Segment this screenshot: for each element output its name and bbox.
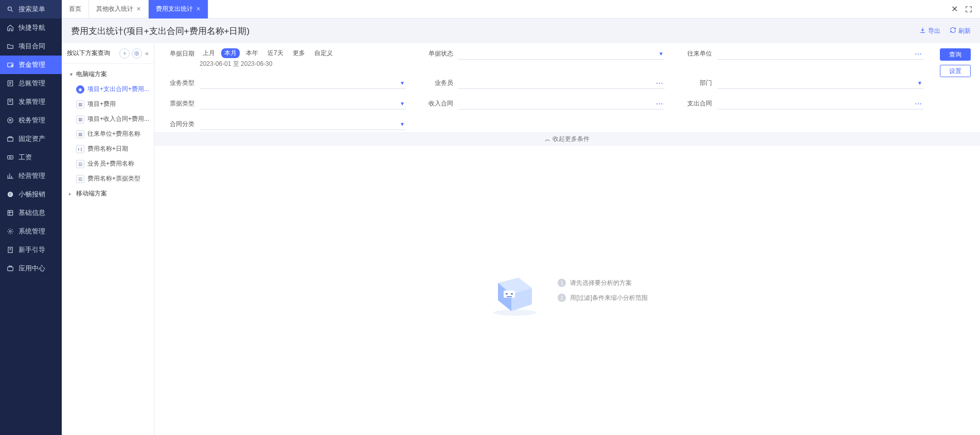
date-tab[interactable]: 近7天 — [264, 48, 287, 58]
filter-salesman-input[interactable]: ⋯ — [458, 78, 665, 89]
date-tab[interactable]: 本月 — [221, 48, 240, 58]
scheme-item-icon: ⫾⫿ — [76, 145, 84, 153]
sidebar-item-label: 基础信息 — [19, 208, 45, 218]
caret-icon: ▸ — [69, 191, 74, 196]
sidebar-item-folder[interactable]: 项目合同 — [0, 37, 62, 56]
filter-dept-input[interactable]: ▼ — [717, 78, 923, 89]
tab-label: 费用支出统计 — [156, 5, 193, 13]
scheme-item[interactable]: ▦项目+费用 — [62, 97, 154, 112]
fullscreen-icon[interactable] — [961, 2, 976, 16]
scheme-item[interactable]: ▦往来单位+费用名称 — [62, 126, 154, 141]
close-icon[interactable]: ✕ — [136, 6, 141, 12]
add-scheme-button[interactable]: ＋ — [119, 48, 130, 59]
scheme-item[interactable]: ▦项目+收入合同+费用... — [62, 112, 154, 126]
settings-button[interactable]: 设置 — [940, 65, 971, 77]
sidebar-item-ledger[interactable]: 总账管理 — [0, 74, 62, 93]
scheme-settings-button[interactable] — [132, 48, 142, 59]
sidebar-item-wallet[interactable]: 资金管理 — [0, 56, 62, 74]
more-icon: ⋯ — [915, 100, 922, 108]
scheme-group[interactable]: ▼电脑端方案 — [62, 67, 154, 82]
filter-tickettype-label: 票据类型 — [164, 98, 194, 108]
tab[interactable]: 其他收入统计✕ — [89, 0, 149, 19]
biz-icon — [6, 172, 14, 180]
filter-expense-contract-label: 支出合同 — [681, 98, 712, 108]
scheme-item[interactable]: ▥业务员+费用名称 — [62, 156, 154, 171]
svg-point-11 — [9, 230, 11, 232]
sidebar-item-label: 工资 — [19, 153, 32, 162]
close-all-tabs-button[interactable]: ✕ — [947, 2, 961, 16]
more-icon: ⋯ — [915, 50, 922, 58]
tab[interactable]: 费用支出统计✕ — [149, 0, 208, 19]
sidebar-item-biz[interactable]: 经营管理 — [0, 167, 62, 185]
sidebar-item-tax[interactable]: 税务管理 — [0, 111, 62, 130]
sidebar-item-base[interactable]: 基础信息 — [0, 204, 62, 222]
tab-label: 其他收入统计 — [96, 5, 133, 13]
scheme-group[interactable]: ▸移动端方案 — [62, 186, 154, 201]
filter-contract-class-input[interactable]: ▼ — [200, 119, 406, 130]
svg-rect-6 — [8, 156, 13, 159]
svg-point-4 — [8, 118, 13, 123]
empty-step-1: 1 请先选择要分析的方案 — [558, 279, 648, 287]
scheme-item[interactable]: ▥费用名称+票据类型 — [62, 171, 154, 186]
filter-tickettype-input[interactable]: ▼ — [200, 98, 406, 110]
query-button[interactable]: 查询 — [940, 48, 971, 61]
sidebar-item-guide[interactable]: 新手引导 — [0, 241, 62, 259]
tab[interactable]: 首页 — [62, 0, 89, 19]
ledger-icon — [6, 79, 14, 87]
close-icon[interactable]: ✕ — [196, 6, 201, 12]
scheme-item-label: 项目+支出合同+费用... — [87, 85, 149, 94]
filter-expense-contract-input[interactable]: ⋯ — [717, 98, 923, 110]
filter-income-contract-input[interactable]: ⋯ — [458, 98, 665, 110]
svg-point-7 — [9, 156, 11, 158]
filter-area: 单据日期 上月本月本年近7天更多自定义 2023-06-01 至 2023-06… — [154, 43, 980, 132]
scheme-item-icon: ▦ — [76, 130, 84, 138]
scheme-item[interactable]: ⫾⫿费用名称+日期 — [62, 141, 154, 156]
sidebar-item-apps[interactable]: 应用中心 — [0, 259, 62, 278]
filter-salesman-label: 业务员 — [422, 78, 453, 87]
scheme-item[interactable]: ◉项目+支出合同+费用... — [62, 82, 154, 97]
sidebar-item-system[interactable]: 系统管理 — [0, 222, 62, 241]
scheme-item-icon: ▦ — [76, 115, 84, 123]
sidebar-item-label: 经营管理 — [19, 171, 45, 180]
filter-date: 单据日期 上月本月本年近7天更多自定义 2023-06-01 至 2023-06… — [164, 48, 406, 68]
sidebar-item-invoice[interactable]: 发票管理 — [0, 93, 62, 111]
svg-text:C: C — [9, 192, 12, 196]
sidebar-item-label: 新手引导 — [19, 245, 45, 255]
date-tab[interactable]: 上月 — [200, 48, 218, 58]
chevron-down-icon: ▼ — [400, 121, 405, 127]
tax-icon — [6, 116, 14, 124]
sidebar-item-asset[interactable]: 固定资产 — [0, 130, 62, 148]
empty-illustration — [487, 262, 543, 319]
scheme-group-label: 移动端方案 — [76, 189, 107, 198]
scheme-item-label: 往来单位+费用名称 — [87, 130, 140, 138]
home-icon — [6, 24, 14, 32]
filter-income-contract-label: 收入合同 — [422, 98, 453, 108]
filter-status-input[interactable]: ▼ — [458, 48, 665, 60]
filter-partner: 往来单位 ⋯ — [681, 48, 923, 60]
filter-partner-input[interactable]: ⋯ — [717, 48, 923, 60]
sidebar-item-label: 应用中心 — [19, 264, 45, 273]
export-button[interactable]: 导出 — [919, 27, 940, 35]
sidebar-item-home[interactable]: 快捷导航 — [0, 19, 62, 37]
refresh-button[interactable]: 刷新 — [950, 27, 971, 35]
date-tab[interactable]: 更多 — [290, 48, 308, 58]
filter-biztype-input[interactable]: ▼ — [200, 78, 406, 89]
scheme-item-label: 费用名称+票据类型 — [87, 174, 140, 183]
page-title: 费用支出统计(项目+支出合同+费用名称+日期) — [71, 25, 910, 37]
sidebar-item-label: 快捷导航 — [19, 23, 45, 32]
sidebar-item-salary[interactable]: 工资 — [0, 148, 62, 167]
date-tab[interactable]: 自定义 — [311, 48, 336, 58]
scheme-item-label: 费用名称+日期 — [87, 144, 128, 153]
date-tab[interactable]: 本年 — [243, 48, 261, 58]
tab-bar: 首页其他收入统计✕费用支出统计✕ ✕ — [62, 0, 980, 19]
sidebar-item-search[interactable]: 搜索菜单 — [0, 0, 62, 19]
search-icon — [6, 5, 14, 13]
wallet-icon — [6, 61, 14, 69]
refresh-label: 刷新 — [958, 27, 971, 35]
collapse-filters-button[interactable]: ︽ 收起更多条件 — [154, 132, 980, 146]
sidebar-item-expense[interactable]: C小畅报销 — [0, 185, 62, 204]
scheme-item-icon: ▦ — [76, 100, 84, 108]
filter-expense-contract: 支出合同 ⋯ — [681, 98, 923, 110]
collapse-scheme-panel-button[interactable]: « — [145, 50, 149, 57]
svg-point-15 — [493, 310, 537, 316]
